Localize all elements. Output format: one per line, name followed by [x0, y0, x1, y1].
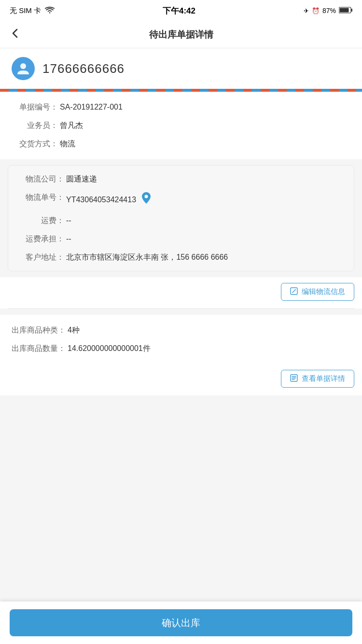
edit-logistics-button[interactable]: 编辑物流信息	[281, 283, 354, 301]
logistics-freight-row: 运费： --	[18, 215, 344, 226]
view-detail-icon	[290, 374, 298, 383]
logistics-tracking-row: 物流单号： YT43064053424413	[18, 192, 344, 208]
order-number-row: 单据编号： SA-20191227-001	[12, 101, 350, 113]
logistics-address-row: 客户地址： 北京市市辖区海淀区永丰南 张，156 6666 6666	[18, 252, 344, 263]
logistics-freight-label: 运费：	[18, 215, 66, 226]
delivery-label: 交货方式：	[12, 138, 60, 150]
logistics-address-value: 北京市市辖区海淀区永丰南 张，156 6666 6666	[66, 252, 344, 263]
order-info-section: 单据编号： SA-20191227-001 业务员： 曾凡杰 交货方式： 物流	[0, 92, 362, 159]
status-right: ✈ ⏰ 87%	[304, 7, 352, 15]
product-section: 出库商品种类： 4种 出库商品数量： 14.620000000000001件	[0, 315, 362, 364]
edit-btn-row: 编辑物流信息	[0, 277, 362, 308]
product-type-row: 出库商品种类： 4种	[12, 324, 350, 336]
confirm-outbound-button[interactable]: 确认出库	[10, 609, 352, 636]
view-detail-button[interactable]: 查看单据详情	[281, 370, 354, 388]
delivery-value: 物流	[60, 138, 350, 150]
back-button[interactable]	[6, 24, 25, 46]
edit-btn-label: 编辑物流信息	[302, 287, 345, 296]
logistics-tracking-value: YT43064053424413	[66, 194, 136, 206]
svg-point-4	[145, 195, 148, 198]
logistics-company-value: 圆通速递	[66, 173, 344, 185]
section-divider	[8, 308, 354, 309]
bottom-spacer	[0, 395, 362, 492]
nav-bar: 待出库单据详情	[0, 21, 362, 48]
customer-header: 17666666666	[0, 48, 362, 89]
product-type-label: 出库商品种类：	[12, 324, 68, 336]
product-quantity-label: 出库商品数量：	[12, 343, 68, 354]
page-title: 待出库单据详情	[149, 28, 213, 41]
carrier-text: 无 SIM 卡	[10, 6, 41, 15]
salesman-value: 曾凡杰	[60, 120, 350, 131]
logistics-freight-value: --	[66, 215, 344, 226]
edit-icon	[290, 287, 298, 296]
location-status-icon: ✈	[304, 7, 309, 14]
logistics-company-row: 物流公司： 圆通速递	[18, 173, 344, 185]
status-left: 无 SIM 卡	[10, 6, 55, 15]
status-time: 下午4:42	[163, 5, 195, 16]
customer-phone: 17666666666	[42, 61, 125, 76]
svg-rect-2	[339, 8, 348, 12]
salesman-label: 业务员：	[12, 120, 60, 131]
product-quantity-value: 14.620000000000001件	[68, 343, 350, 354]
avatar	[12, 57, 35, 80]
product-quantity-row: 出库商品数量： 14.620000000000001件	[12, 343, 350, 354]
logistics-company-label: 物流公司：	[18, 173, 66, 185]
svg-point-3	[20, 63, 26, 69]
logistics-tracking-label: 物流单号：	[18, 192, 66, 203]
view-detail-label: 查看单据详情	[302, 374, 345, 383]
battery-icon	[339, 7, 352, 15]
confirm-btn-container: 确认出库	[0, 602, 362, 644]
status-bar: 无 SIM 卡 下午4:42 ✈ ⏰ 87%	[0, 0, 362, 21]
product-type-value: 4种	[68, 324, 350, 336]
svg-rect-1	[351, 9, 352, 12]
view-detail-btn-row: 查看单据详情	[0, 364, 362, 395]
logistics-address-label: 客户地址：	[18, 252, 66, 263]
delivery-row: 交货方式： 物流	[12, 138, 350, 150]
order-number-value: SA-20191227-001	[60, 101, 350, 113]
alarm-icon: ⏰	[312, 7, 320, 14]
wifi-icon	[45, 7, 55, 15]
salesman-row: 业务员： 曾凡杰	[12, 120, 350, 131]
logistics-freight-bear-value: --	[66, 233, 344, 245]
logistics-freight-bear-row: 运费承担： --	[18, 233, 344, 245]
logistics-tracking-container: YT43064053424413	[66, 192, 344, 208]
order-number-label: 单据编号：	[12, 101, 60, 113]
battery-text: 87%	[322, 7, 336, 14]
logistics-section: 物流公司： 圆通速递 物流单号： YT43064053424413 运费： --…	[8, 165, 354, 271]
logistics-freight-bear-label: 运费承担：	[18, 233, 66, 245]
location-pin-icon[interactable]	[141, 192, 152, 208]
